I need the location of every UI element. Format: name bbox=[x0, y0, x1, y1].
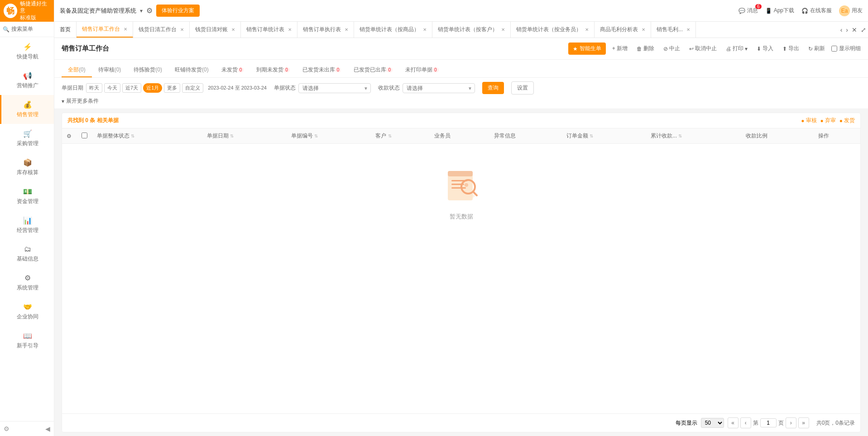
logo-icon: 畅 bbox=[4, 4, 17, 18]
sidebar-item-system[interactable]: ⚙ 系统管理 bbox=[0, 268, 54, 297]
settings-icon[interactable]: ⚙ bbox=[4, 425, 10, 432]
tab-cash-reconcile[interactable]: 钱货日清对账 ✕ bbox=[190, 22, 241, 38]
tab-close-more[interactable]: ✕ bbox=[686, 27, 690, 32]
date-7days[interactable]: 近7天 bbox=[122, 83, 141, 93]
sub-tab-all[interactable]: 全部(0) bbox=[62, 63, 92, 77]
sub-tab-wangpu[interactable]: 旺铺待发货(0) bbox=[168, 63, 215, 77]
smart-create-button[interactable]: ★ 智能生单 bbox=[568, 43, 606, 55]
solution-button[interactable]: 体验行业方案 bbox=[156, 5, 200, 17]
status-select[interactable]: 请选择 bbox=[298, 83, 371, 93]
expand-more[interactable]: ▾ 展开更多条件 bbox=[62, 97, 861, 105]
sidebar-item-coop[interactable]: 🤝 企业协同 bbox=[0, 297, 54, 326]
add-button[interactable]: + 新增 bbox=[609, 43, 630, 54]
show-detail-label[interactable]: 显示明细 bbox=[831, 45, 861, 52]
topbar-gear-icon[interactable]: ⚙ bbox=[146, 6, 153, 15]
sub-tab-shipped-not-out[interactable]: 已发货未出库0 bbox=[296, 63, 348, 77]
search-button[interactable]: 查询 bbox=[482, 82, 504, 94]
user-info[interactable]: Ea 用友 bbox=[839, 5, 863, 16]
customer-sort-icon[interactable]: ⇅ bbox=[388, 133, 392, 138]
tab-prev-button[interactable]: ‹ bbox=[839, 22, 844, 38]
collapse-icon[interactable]: ◀ bbox=[45, 425, 50, 432]
tab-home[interactable]: 首页 bbox=[54, 22, 77, 38]
select-all-checkbox[interactable] bbox=[82, 133, 87, 138]
sub-tab-pending-inspect[interactable]: 待拣验货(0) bbox=[127, 63, 168, 77]
date-more[interactable]: 更多 bbox=[164, 83, 180, 93]
amount-sort-icon[interactable]: ⇅ bbox=[590, 133, 593, 138]
sub-tab-not-shipped[interactable]: 未发货0 bbox=[215, 63, 250, 77]
tab-close-profit[interactable]: ✕ bbox=[642, 27, 645, 32]
sidebar-item-purchase[interactable]: 🛒 采购管理 bbox=[0, 124, 54, 153]
cancel-suspend-button[interactable]: ↩ 取消中止 bbox=[686, 43, 719, 54]
import-button[interactable]: ⬇ 导入 bbox=[754, 43, 776, 54]
tab-product-profit[interactable]: 商品毛利分析表 ✕ bbox=[595, 22, 651, 38]
th-settings: ⚙ bbox=[62, 128, 76, 144]
no-sort-icon[interactable]: ⇅ bbox=[314, 133, 318, 138]
column-settings-icon[interactable]: ⚙ bbox=[67, 133, 72, 139]
next-page-button[interactable]: › bbox=[786, 417, 796, 428]
tab-sales-product-stat[interactable]: 销货单统计表（按商品） ✕ bbox=[354, 22, 432, 38]
tab-close-staff[interactable]: ✕ bbox=[585, 27, 589, 32]
tab-close-sales-order[interactable]: ✕ bbox=[124, 27, 127, 32]
delete-button[interactable]: 🗑 删除 bbox=[634, 43, 657, 54]
collected-sort-icon[interactable]: ⇅ bbox=[678, 133, 682, 138]
sub-tab-expired[interactable]: 到期未发货0 bbox=[250, 63, 296, 77]
sidebar-item-sales[interactable]: 💰 销售管理 bbox=[0, 95, 54, 124]
topbar-right: 💬 消息 6 📱 App下载 🎧 在线客服 Ea 用友 bbox=[739, 5, 863, 16]
last-page-button[interactable]: » bbox=[798, 417, 809, 428]
date-today[interactable]: 今天 bbox=[104, 83, 120, 93]
tab-sales-exec[interactable]: 销售订单执行表 ✕ bbox=[297, 22, 354, 38]
settings-button[interactable]: 设置 bbox=[511, 81, 534, 95]
sidebar-item-quick[interactable]: ⚡ 快捷导航 bbox=[0, 37, 54, 66]
sidebar-item-basic[interactable]: 🗂 基础信息 bbox=[0, 240, 54, 268]
sub-tab-shipped-out[interactable]: 已发货已出库0 bbox=[347, 63, 399, 77]
date-1month[interactable]: 近1月 bbox=[143, 83, 162, 93]
tab-close-cash-reconcile[interactable]: ✕ bbox=[231, 27, 235, 32]
sidebar-item-finance[interactable]: 💵 资金管理 bbox=[0, 182, 54, 211]
sidebar-item-marketing[interactable]: 📢 营销推广 bbox=[0, 66, 54, 95]
tab-close-cash-daily[interactable]: ✕ bbox=[180, 27, 184, 32]
tab-cash-daily[interactable]: 钱货日清工作台 ✕ bbox=[133, 22, 190, 38]
tab-close-customer[interactable]: ✕ bbox=[501, 27, 505, 32]
th-action: 操作 bbox=[814, 128, 860, 144]
service-item[interactable]: 🎧 在线客服 bbox=[801, 7, 832, 14]
sidebar-search[interactable]: 🔍 搜索菜单 bbox=[0, 22, 54, 37]
print-button[interactable]: 🖨 打印 ▾ bbox=[723, 43, 750, 54]
sidebar-item-operation[interactable]: 📊 经营管理 bbox=[0, 211, 54, 240]
sidebar-logo: 畅 畅捷通好生意 标准版 bbox=[0, 0, 54, 22]
tab-sales-more[interactable]: 销售毛利... ✕ bbox=[651, 22, 696, 38]
tab-sales-customer-stat[interactable]: 销货单统计表（按客户） ✕ bbox=[432, 22, 511, 38]
system-dropdown[interactable]: ▾ bbox=[140, 8, 143, 14]
unaudit-button[interactable]: ● 弃审 bbox=[820, 117, 836, 124]
sidebar-item-inventory[interactable]: 📦 库存核算 bbox=[0, 153, 54, 182]
tab-sales-order[interactable]: 销售订单工作台 ✕ bbox=[77, 22, 133, 38]
suspend-button[interactable]: ⊘ 中止 bbox=[661, 43, 683, 54]
deliver-button[interactable]: ● 发货 bbox=[839, 117, 855, 124]
message-item[interactable]: 💬 消息 6 bbox=[739, 7, 758, 14]
sidebar-item-guide[interactable]: 📖 新手引导 bbox=[0, 326, 54, 355]
date-custom[interactable]: 自定义 bbox=[182, 83, 203, 93]
tab-close-all-button[interactable]: ✕ bbox=[850, 22, 859, 38]
tab-sales-stat[interactable]: 销售订单统计表 ✕ bbox=[241, 22, 297, 38]
payment-select[interactable]: 请选择 bbox=[403, 83, 475, 93]
tab-next-button[interactable]: › bbox=[844, 22, 850, 38]
sub-tab-pending-audit[interactable]: 待审核(0) bbox=[92, 63, 128, 77]
table-scroll[interactable]: ⚙ 单据整体状态 ⇅ 单据日期 ⇅ bbox=[62, 128, 860, 413]
page-number-input[interactable] bbox=[760, 418, 777, 427]
date-sort-icon[interactable]: ⇅ bbox=[230, 133, 234, 138]
tab-close-sales-stat[interactable]: ✕ bbox=[288, 27, 292, 32]
show-detail-checkbox[interactable] bbox=[831, 46, 837, 52]
sub-tab-unprinted[interactable]: 未打印单据0 bbox=[399, 63, 445, 77]
tab-sales-staff-stat[interactable]: 销货单统计表（按业务员） ✕ bbox=[511, 22, 595, 38]
tab-maximize-button[interactable]: ⤢ bbox=[859, 22, 868, 38]
app-download-item[interactable]: 📱 App下载 bbox=[765, 7, 794, 14]
tab-close-product[interactable]: ✕ bbox=[423, 27, 427, 32]
prev-page-button[interactable]: ‹ bbox=[740, 417, 751, 428]
status-sort-icon[interactable]: ⇅ bbox=[131, 133, 134, 138]
export-button[interactable]: ⬆ 导出 bbox=[780, 43, 802, 54]
refresh-button[interactable]: ↻ 刷新 bbox=[806, 43, 828, 54]
audit-button[interactable]: ● 审核 bbox=[801, 117, 816, 124]
first-page-button[interactable]: « bbox=[728, 417, 739, 428]
date-yesterday[interactable]: 昨天 bbox=[86, 83, 102, 93]
tab-close-sales-exec[interactable]: ✕ bbox=[345, 27, 348, 32]
page-size-select[interactable]: 50 20 100 bbox=[701, 418, 724, 428]
